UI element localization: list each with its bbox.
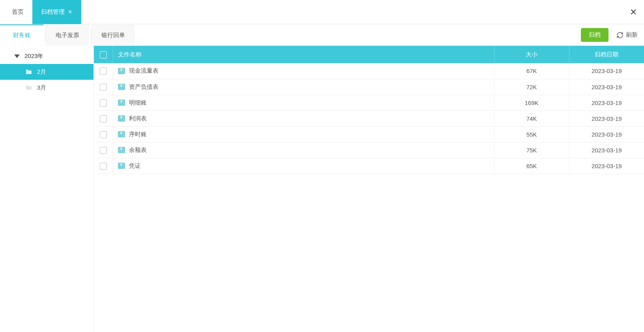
page-tab-label: 归档管理 [41,8,65,16]
refresh-icon [616,32,623,39]
tree-node-label: 2月 [37,68,46,76]
table-row[interactable]: 资产负债表72K2023-03-19 [94,79,644,95]
row-name: 序时账 [129,131,147,138]
row-size: 75K [494,142,569,158]
row-date: 2023-03-19 [569,63,644,79]
page-tab-home[interactable]: 首页 [3,0,32,24]
subtab-label: 银行回单 [101,32,125,39]
document-icon [118,115,125,122]
archive-button[interactable]: 归档 [581,28,609,42]
folder-icon [25,85,32,90]
archive-button-label: 归档 [589,31,601,38]
document-icon [118,84,125,90]
document-icon [118,68,125,74]
folder-icon [25,69,32,75]
row-name: 余额表 [129,146,147,154]
row-checkbox-cell [94,158,113,174]
page-tabs: 首页 归档管理 ✕ ✕ [0,0,644,24]
close-icon[interactable]: ✕ [68,9,73,15]
page-tab-label: 首页 [12,8,24,16]
row-checkbox[interactable] [100,147,107,154]
table-row[interactable]: 序时账55K2023-03-19 [94,126,644,142]
row-date: 2023-03-19 [569,142,644,158]
document-icon [118,131,125,137]
row-checkbox[interactable] [100,163,107,170]
row-name-cell: 余额表 [113,142,494,158]
row-date: 2023-03-19 [569,111,644,126]
row-checkbox-cell [94,142,113,158]
chevron-down-icon [14,54,20,58]
row-name-cell: 利润表 [113,111,494,126]
row-checkbox[interactable] [100,131,107,138]
row-date: 2023-03-19 [569,95,644,111]
row-size: 74K [494,111,569,126]
subtabs: 财务账 电子发票 银行回单 [0,24,136,46]
row-checkbox-cell [94,79,113,95]
row-checkbox[interactable] [100,99,107,107]
row-name-cell: 序时账 [113,126,494,142]
subtab-finance[interactable]: 财务账 [0,24,43,46]
subtab-label: 电子发票 [56,32,79,39]
subtab-bank[interactable]: 银行回单 [91,24,135,46]
tree-node-month[interactable]: 3月 [0,80,93,96]
row-date: 2023-03-19 [569,79,644,95]
row-name: 明细账 [129,99,147,107]
row-name-cell: 资产负债表 [113,79,494,95]
row-date: 2023-03-19 [569,158,644,174]
row-name-cell: 凭证 [113,158,494,174]
row-checkbox-cell [94,63,113,79]
refresh-button[interactable]: 刷新 [616,31,638,39]
row-checkbox[interactable] [100,84,107,91]
refresh-button-label: 刷新 [626,31,638,39]
folder-tree: 2023年 2月 3月 [0,46,94,332]
document-icon [118,99,125,106]
row-size: 67K [494,63,569,79]
document-icon [118,163,125,169]
row-size: 169K [494,95,569,111]
row-size: 55K [494,126,569,142]
subtab-einvoice[interactable]: 电子发票 [46,24,89,46]
row-size: 65K [494,158,569,174]
row-name-cell: 现金流量表 [113,63,494,79]
table-row[interactable]: 利润表74K2023-03-19 [94,111,644,126]
close-all-tabs-button[interactable]: ✕ [630,0,637,24]
column-header-size[interactable]: 大小 [494,46,569,63]
column-header-date[interactable]: 归档日期 [569,46,644,63]
table-row[interactable]: 凭证65K2023-03-19 [94,158,644,174]
row-checkbox[interactable] [100,115,107,122]
page-tab-archive[interactable]: 归档管理 ✕ [32,0,81,24]
row-name-cell: 明细账 [113,95,494,111]
row-size: 72K [494,79,569,95]
row-name: 资产负债表 [129,83,159,91]
row-checkbox-cell [94,95,113,111]
tree-node-year[interactable]: 2023年 [0,48,93,64]
row-checkbox-cell [94,126,113,142]
row-checkbox[interactable] [100,68,107,75]
tree-node-month[interactable]: 2月 [0,64,93,80]
table-row[interactable]: 现金流量表67K2023-03-19 [94,63,644,79]
select-all-checkbox[interactable] [100,51,107,58]
row-name: 现金流量表 [129,67,159,75]
table-row[interactable]: 明细账169K2023-03-19 [94,95,644,111]
row-name: 凭证 [129,162,141,170]
column-header-checkbox [94,46,113,63]
row-name: 利润表 [129,115,147,122]
table-row[interactable]: 余额表75K2023-03-19 [94,142,644,158]
toolbar: 财务账 电子发票 银行回单 归档 刷新 [0,24,644,46]
row-checkbox-cell [94,111,113,126]
row-date: 2023-03-19 [569,126,644,142]
file-table: 文件名称 大小 归档日期 现金流量表67K2023-03-19资产负债表72K2… [94,46,644,174]
tree-node-label: 2023年 [24,53,43,60]
column-header-name[interactable]: 文件名称 [113,46,494,63]
tree-node-label: 3月 [37,84,46,92]
document-icon [118,147,125,153]
file-table-container: 文件名称 大小 归档日期 现金流量表67K2023-03-19资产负债表72K2… [94,46,644,332]
subtab-label: 财务账 [13,32,31,39]
